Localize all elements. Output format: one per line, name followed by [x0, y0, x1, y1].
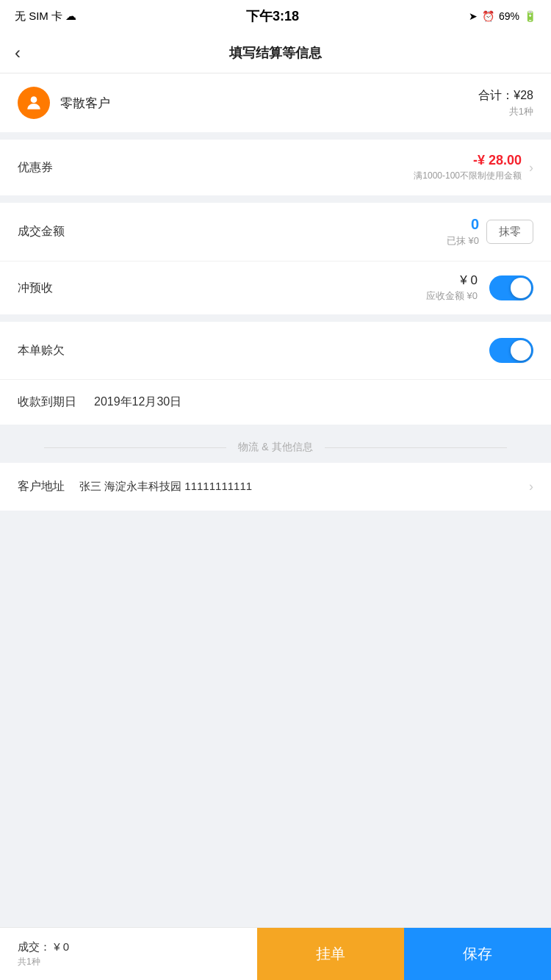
battery-icon: 🔋 — [524, 10, 536, 22]
status-right: ➤ ⏰ 69% 🔋 — [469, 10, 536, 22]
page-title: 填写结算等信息 — [229, 44, 322, 62]
svg-point-0 — [31, 96, 37, 103]
customer-name: 零散客户 — [60, 95, 110, 112]
coupon-label: 优惠券 — [18, 160, 53, 176]
due-date-label: 收款到期日 — [18, 394, 76, 410]
pre-receive-main: ¥ 0 — [426, 273, 478, 288]
customer-row: 零散客户 合计：¥28 共1种 — [0, 73, 551, 132]
deal-amount-sub: 已抹 ¥0 — [447, 234, 479, 248]
nav-bar: ‹ 填写结算等信息 — [0, 32, 551, 73]
pre-receive-toggle[interactable] — [489, 275, 533, 300]
status-bar: 无 SIM 卡 ☁ 下午3:18 ➤ ⏰ 69% 🔋 — [0, 0, 551, 32]
customer-section: 零散客户 合计：¥28 共1种 — [0, 73, 551, 132]
hang-label: 挂单 — [316, 944, 345, 964]
pre-receive-sub: 应收金额 ¥0 — [426, 289, 478, 303]
address-section: 客户地址 张三 海淀永丰科技园 11111111111 › — [0, 463, 551, 511]
debt-row: 本单赊欠 — [0, 322, 551, 379]
deal-amount-label: 成交金额 — [18, 224, 65, 239]
coupon-section: 优惠券 -¥ 28.00 满1000-100不限制使用金额 › — [0, 140, 551, 195]
amount-section: 成交金额 0 已抹 ¥0 抹零 冲预收 ¥ 0 应收金额 ¥0 — [0, 203, 551, 314]
coupon-row[interactable]: 优惠券 -¥ 28.00 满1000-100不限制使用金额 › — [0, 140, 551, 195]
address-label: 客户地址 — [18, 479, 65, 494]
pre-receive-row: 冲预收 ¥ 0 应收金额 ¥0 — [0, 261, 551, 314]
due-date-row: 收款到期日 2019年12月30日 — [0, 379, 551, 425]
save-button[interactable]: 保存 — [404, 928, 551, 981]
location-icon: ➤ — [469, 10, 478, 22]
debt-toggle-knob — [511, 340, 531, 361]
chevron-right-icon: › — [529, 160, 533, 176]
battery-level: 69% — [499, 10, 519, 22]
address-chevron-icon: › — [529, 479, 533, 494]
bottom-deal-value: ¥ 0 — [54, 940, 69, 953]
due-date-value: 2019年12月30日 — [94, 394, 181, 410]
coupon-value: -¥ 28.00 满1000-100不限制使用金额 — [414, 153, 522, 182]
discount-desc: 满1000-100不限制使用金额 — [414, 170, 522, 182]
bottom-deal-amount: 成交： ¥ 0 — [18, 940, 240, 954]
bottom-bar: 成交： ¥ 0 共1种 挂单 保存 — [0, 927, 551, 980]
bottom-deal-label: 成交： — [18, 940, 51, 953]
debt-section: 本单赊欠 收款到期日 2019年12月30日 — [0, 322, 551, 425]
status-left: 无 SIM 卡 ☁ — [15, 10, 76, 24]
discount-amount: -¥ 28.00 — [414, 153, 522, 168]
amount-block: 0 已抹 ¥0 — [447, 216, 479, 248]
pre-receive-label: 冲预收 — [18, 281, 53, 296]
back-button[interactable]: ‹ — [15, 44, 21, 62]
logistics-label: 物流 & 其他信息 — [226, 441, 324, 454]
deal-amount-right: 0 已抹 ¥0 抹零 — [65, 216, 533, 248]
pre-receive-right: ¥ 0 应收金额 ¥0 — [426, 273, 533, 303]
sim-status: 无 SIM 卡 ☁ — [15, 10, 76, 24]
alarm-icon: ⏰ — [482, 10, 494, 22]
address-value: 张三 海淀永丰科技园 11111111111 — [79, 480, 529, 494]
address-row[interactable]: 客户地址 张三 海淀永丰科技园 11111111111 › — [0, 463, 551, 511]
logistics-divider: 物流 & 其他信息 — [0, 432, 551, 463]
bottom-info: 成交： ¥ 0 共1种 — [0, 940, 257, 968]
customer-right: 合计：¥28 共1种 — [478, 88, 533, 118]
avatar — [18, 87, 50, 119]
toggle-knob — [511, 278, 531, 298]
debt-label: 本单赊欠 — [18, 343, 65, 359]
coupon-right: -¥ 28.00 满1000-100不限制使用金额 › — [53, 153, 533, 182]
debt-toggle[interactable] — [489, 338, 533, 363]
hang-button[interactable]: 挂单 — [257, 928, 404, 981]
bottom-count: 共1种 — [18, 956, 240, 968]
save-label: 保存 — [463, 944, 492, 964]
customer-total: 合计：¥28 — [478, 88, 533, 104]
round-zero-button[interactable]: 抹零 — [486, 220, 533, 244]
status-time: 下午3:18 — [246, 7, 299, 25]
deal-amount-value: 0 — [447, 216, 479, 233]
customer-info: 零散客户 — [18, 87, 110, 119]
customer-count: 共1种 — [478, 105, 533, 118]
deal-amount-row: 成交金额 0 已抹 ¥0 抹零 — [0, 203, 551, 261]
pre-receive-amounts: ¥ 0 应收金额 ¥0 — [426, 273, 478, 303]
